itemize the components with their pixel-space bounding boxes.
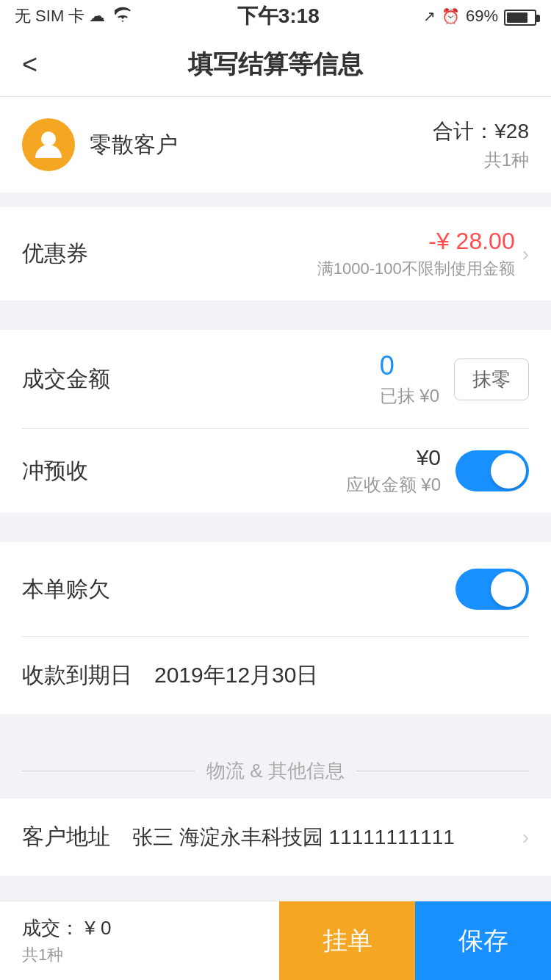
back-button[interactable]: < bbox=[22, 49, 37, 80]
address-chevron-icon: › bbox=[522, 826, 529, 849]
logistics-sep bbox=[0, 729, 551, 743]
chevron-right-icon: › bbox=[522, 242, 529, 266]
nav-bar: < 填写结算等信息 bbox=[0, 32, 551, 97]
no-sim-label: 无 SIM 卡 ☁ bbox=[15, 5, 105, 27]
debt-toggle-knob bbox=[491, 572, 526, 607]
coupon-row[interactable]: 优惠券 -¥ 28.00 满1000-100不限制使用金额 › bbox=[0, 207, 551, 300]
bottom-deal-label: 成交： bbox=[22, 917, 79, 939]
precollect-values: ¥0 应收金额 ¥0 bbox=[346, 445, 441, 497]
customer-right: 合计：¥28 共1种 bbox=[433, 118, 529, 172]
precollect-row: 冲预收 ¥0 应收金额 ¥0 bbox=[0, 429, 551, 513]
precollect-label: 冲预收 bbox=[22, 456, 88, 486]
customer-left: 零散客户 bbox=[22, 118, 178, 171]
coupon-label: 优惠券 bbox=[22, 239, 88, 269]
coupon-discount: -¥ 28.00 bbox=[317, 228, 515, 255]
customer-total: 合计：¥28 bbox=[433, 118, 529, 145]
coupon-card[interactable]: 优惠券 -¥ 28.00 满1000-100不限制使用金额 › bbox=[0, 207, 551, 300]
coupon-description: 满1000-100不限制使用金额 bbox=[317, 258, 515, 280]
status-left: 无 SIM 卡 ☁ bbox=[15, 5, 133, 27]
section-separator-2 bbox=[0, 527, 551, 542]
customer-card: 零散客户 合计：¥28 共1种 bbox=[0, 97, 551, 192]
bottom-deal-count: 共1种 bbox=[22, 944, 257, 966]
amount-sub: 已抹 ¥0 bbox=[380, 384, 439, 408]
customer-row: 零散客户 合计：¥28 共1种 bbox=[0, 97, 551, 192]
logistics-header: 物流 & 其他信息 bbox=[0, 743, 551, 799]
coupon-right: -¥ 28.00 满1000-100不限制使用金额 › bbox=[317, 228, 529, 280]
customer-count: 共1种 bbox=[433, 148, 529, 172]
toggle-knob bbox=[491, 453, 526, 489]
customer-avatar bbox=[22, 118, 75, 171]
address-value: 张三 海淀永丰科技园 11111111111 bbox=[132, 824, 522, 851]
battery-icon bbox=[504, 6, 536, 26]
bottom-info: 成交： ¥ 0 共1种 bbox=[0, 915, 279, 966]
hold-button[interactable]: 挂单 bbox=[279, 901, 415, 981]
bottom-deal-amount: ¥ 0 bbox=[84, 917, 111, 939]
precollect-toggle[interactable] bbox=[455, 450, 529, 491]
page-title: 填写结算等信息 bbox=[188, 48, 363, 82]
duedate-label: 收款到期日 bbox=[22, 660, 132, 691]
content-area: 零散客户 合计：¥28 共1种 优惠券 -¥ 28.00 满1000-100不限… bbox=[0, 97, 551, 979]
wifi-icon bbox=[112, 6, 133, 26]
save-button[interactable]: 保存 bbox=[415, 901, 551, 981]
debt-label: 本单赊欠 bbox=[22, 574, 110, 605]
alarm-icon: ⏰ bbox=[442, 7, 460, 25]
amount-label: 成交金额 bbox=[22, 364, 110, 394]
logistics-line-left bbox=[22, 771, 195, 771]
person-icon bbox=[32, 129, 65, 161]
precollect-amount: ¥0 bbox=[346, 445, 441, 470]
precollect-sub: 应收金额 ¥0 bbox=[346, 473, 441, 497]
logistics-label: 物流 & 其他信息 bbox=[206, 758, 345, 784]
logistics-line-right bbox=[356, 771, 529, 771]
address-card[interactable]: 客户地址 张三 海淀永丰科技园 11111111111 › bbox=[0, 799, 551, 876]
address-label: 客户地址 bbox=[22, 822, 110, 852]
customer-name: 零散客户 bbox=[90, 130, 178, 160]
bottom-bar: 成交： ¥ 0 共1种 挂单 保存 bbox=[0, 901, 551, 980]
debt-toggle[interactable] bbox=[455, 569, 529, 610]
status-right: ↗ ⏰ 69% bbox=[423, 6, 536, 26]
duedate-value[interactable]: 2019年12月30日 bbox=[154, 660, 318, 691]
debt-card: 本单赊欠 收款到期日 2019年12月30日 bbox=[0, 542, 551, 714]
section-separator-1 bbox=[0, 315, 551, 330]
amount-right: 0 已抹 ¥0 抹零 bbox=[380, 350, 529, 408]
amount-card: 成交金额 0 已抹 ¥0 抹零 冲预收 ¥0 应收金额 ¥0 bbox=[0, 330, 551, 513]
svg-point-0 bbox=[41, 131, 56, 146]
battery-label: 69% bbox=[466, 7, 498, 26]
status-time: 下午3:18 bbox=[237, 2, 320, 30]
duedate-row: 收款到期日 2019年12月30日 bbox=[0, 637, 551, 714]
amount-row: 成交金额 0 已抹 ¥0 抹零 bbox=[0, 330, 551, 428]
round-zero-button[interactable]: 抹零 bbox=[454, 359, 529, 400]
debt-row: 本单赊欠 bbox=[0, 542, 551, 636]
bottom-deal-row: 成交： ¥ 0 bbox=[22, 915, 257, 941]
precollect-right: ¥0 应收金额 ¥0 bbox=[346, 445, 529, 497]
amount-value[interactable]: 0 bbox=[380, 350, 439, 381]
location-icon: ↗ bbox=[423, 7, 436, 25]
status-bar: 无 SIM 卡 ☁ 下午3:18 ↗ ⏰ 69% bbox=[0, 0, 551, 32]
address-row[interactable]: 客户地址 张三 海淀永丰科技园 11111111111 › bbox=[0, 799, 551, 876]
